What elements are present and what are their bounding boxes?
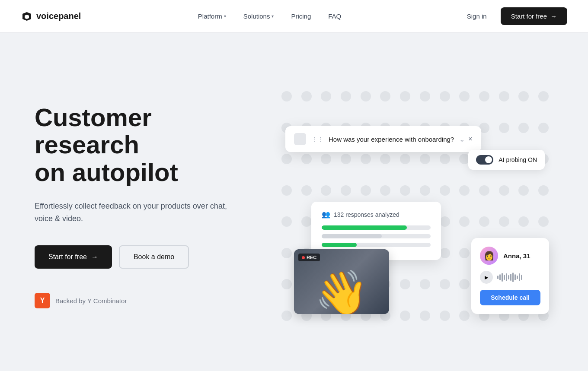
- decorative-dot: [400, 154, 410, 164]
- decorative-dot: [281, 154, 292, 164]
- decorative-dot: [301, 91, 312, 101]
- decorative-dot: [459, 279, 470, 289]
- people-icon: 👥: [322, 210, 330, 219]
- decorative-dot: [518, 91, 529, 101]
- play-button[interactable]: ▶: [480, 271, 493, 284]
- logo-link[interactable]: voicepanel: [21, 10, 81, 22]
- wave-bar: [512, 273, 514, 282]
- decorative-dot: [420, 185, 430, 196]
- question-text: How was your experience with onboarding?: [329, 136, 454, 143]
- nav-links: Platform ▾ Solutions ▾ Pricing FAQ: [191, 9, 348, 23]
- close-icon[interactable]: ×: [468, 135, 472, 143]
- schedule-call-button[interactable]: Schedule call: [480, 290, 540, 305]
- decorative-dot: [499, 91, 509, 101]
- bar-row-3: [322, 243, 431, 247]
- question-card-icon: [294, 133, 306, 145]
- decorative-dot: [400, 279, 410, 289]
- decorative-dot: [420, 91, 430, 101]
- wave-bar: [508, 275, 509, 279]
- decorative-dot: [380, 154, 390, 164]
- hero-buttons: Start for free → Book a demo: [35, 245, 259, 269]
- decorative-dot: [341, 91, 351, 101]
- bar-track-2: [322, 234, 431, 238]
- wave-bar: [514, 274, 516, 280]
- decorative-dot: [538, 216, 549, 227]
- wave-bar: [510, 274, 511, 281]
- arrow-icon: →: [550, 13, 557, 20]
- hero-section: Customer research on autopilot Effortles…: [0, 33, 588, 371]
- nav-solutions[interactable]: Solutions ▾: [236, 9, 281, 23]
- ai-probing-card: AI probing ON: [468, 150, 545, 170]
- decorative-dot: [440, 311, 450, 321]
- profile-top: 👩 Anna, 31: [480, 247, 540, 265]
- decorative-dot: [440, 248, 450, 258]
- bar-fill-2: [322, 234, 382, 238]
- decorative-dot: [459, 91, 470, 101]
- decorative-dot: [281, 248, 292, 258]
- decorative-dot: [479, 216, 489, 227]
- nav-platform[interactable]: Platform ▾: [191, 9, 233, 23]
- bar-row-1: [322, 225, 431, 230]
- question-card-actions: ⌄ ×: [459, 135, 472, 143]
- wave-bar: [517, 276, 518, 279]
- decorative-dot: [321, 154, 331, 164]
- nav-faq[interactable]: FAQ: [321, 9, 348, 23]
- rec-badge: REC: [298, 254, 320, 261]
- decorative-dot: [361, 154, 371, 164]
- avatar: 👩: [480, 247, 498, 265]
- decorative-dot: [538, 123, 549, 133]
- signin-button[interactable]: Sign in: [458, 8, 495, 24]
- decorative-dot: [538, 91, 549, 101]
- decorative-dot: [479, 91, 489, 101]
- book-demo-button[interactable]: Book a demo: [119, 245, 189, 269]
- decorative-dot: [538, 185, 549, 196]
- decorative-dot: [380, 91, 390, 101]
- wave-bar: [497, 276, 499, 279]
- yc-label: Backed by Y Combinator: [55, 297, 127, 304]
- decorative-dot: [281, 311, 292, 321]
- decorative-dot: [459, 185, 470, 196]
- decorative-dot: [459, 248, 470, 258]
- decorative-dot: [400, 91, 410, 101]
- toggle-knob: [485, 156, 492, 163]
- bar-fill-1: [322, 225, 407, 230]
- decorative-dot: [518, 185, 529, 196]
- navbar: voicepanel Platform ▾ Solutions ▾ Pricin…: [0, 0, 588, 33]
- profile-play: ▶: [480, 271, 540, 284]
- decorative-dot: [341, 154, 351, 164]
- question-card: ⋮⋮ How was your experience with onboardi…: [285, 126, 481, 152]
- logo-icon: [21, 10, 33, 22]
- decorative-dot: [459, 311, 470, 321]
- response-count: 132 responses analyzed: [334, 211, 399, 218]
- decorative-dot: [499, 123, 509, 133]
- profile-card: 👩 Anna, 31 ▶: [471, 238, 549, 314]
- decorative-dot: [518, 123, 529, 133]
- start-for-free-button[interactable]: Start for free →: [35, 245, 112, 269]
- wave-bar: [519, 273, 520, 281]
- decorative-dot: [459, 216, 470, 227]
- decorative-dot: [321, 91, 331, 101]
- wave-bar: [499, 274, 501, 280]
- decorative-dot: [281, 216, 292, 227]
- decorative-dot: [479, 185, 489, 196]
- profile-name: Anna, 31: [503, 252, 530, 260]
- decorative-dot: [420, 279, 430, 289]
- start-for-free-nav-button[interactable]: Start for free →: [501, 7, 567, 25]
- hero-title: Customer research on autopilot: [35, 104, 259, 186]
- decorative-dot: [518, 216, 529, 227]
- hero-mockup: // Generate dots via inline script durin…: [277, 81, 553, 331]
- collapse-icon[interactable]: ⌄: [459, 135, 465, 143]
- nav-pricing[interactable]: Pricing: [284, 9, 318, 23]
- decorative-dot: [440, 91, 450, 101]
- decorative-dot: [281, 185, 292, 196]
- nav-actions: Sign in Start for free →: [458, 7, 567, 25]
- decorative-dot: [440, 154, 450, 164]
- ai-toggle[interactable]: [476, 155, 493, 165]
- decorative-dot: [301, 154, 312, 164]
- arrow-icon: →: [91, 253, 98, 261]
- decorative-dot: [440, 279, 450, 289]
- bar-fill-3: [322, 243, 357, 247]
- solutions-chevron-icon: ▾: [272, 14, 274, 19]
- decorative-dot: [440, 216, 450, 227]
- decorative-dot: [341, 185, 351, 196]
